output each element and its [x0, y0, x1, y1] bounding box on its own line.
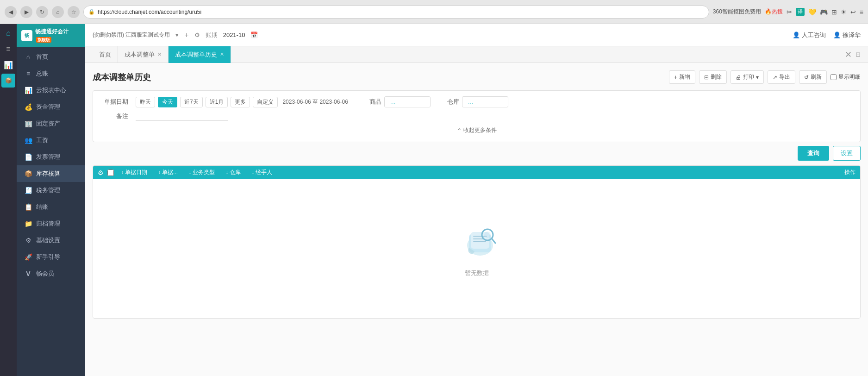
col-header-date[interactable]: ↕ 单据日期: [118, 169, 151, 176]
goods-select[interactable]: ...: [384, 96, 431, 107]
assets-icon: 🏢: [24, 120, 32, 127]
tab-cost-adjust-history[interactable]: 成本调整单历史 ✕: [169, 46, 231, 63]
page-pin-icon[interactable]: ⊡: [856, 51, 861, 58]
delete-button[interactable]: ⊟ 删除: [699, 70, 727, 84]
consult-button[interactable]: 👤 人工咨询: [793, 31, 826, 39]
forward-button[interactable]: ▶: [20, 6, 32, 18]
sidebar-item-inventory[interactable]: 📦 库存核算: [17, 165, 85, 182]
sidebar-label-ledger: 总账: [36, 69, 48, 78]
tab-cost-adjust-label: 成本调整单: [125, 50, 155, 59]
sidebar-label-closing: 结账: [36, 203, 48, 211]
consult-label: 人工咨询: [802, 31, 826, 39]
col-header-num[interactable]: ↕ 单据...: [155, 169, 181, 176]
icon-bar-chart[interactable]: 📊: [1, 58, 15, 72]
sidebar-item-ledger[interactable]: ≡ 总账: [17, 65, 85, 82]
export-label: 导出: [779, 73, 790, 81]
query-button[interactable]: 查询: [798, 146, 829, 161]
reports-icon: 📊: [24, 87, 32, 94]
filter-1month[interactable]: 近1月: [206, 97, 228, 107]
print-button[interactable]: 🖨 打印 ▾: [731, 70, 764, 84]
filter-custom[interactable]: 自定义: [253, 97, 278, 107]
sidebar-label-guide: 新手引导: [36, 253, 60, 261]
archive-icon: 📁: [24, 220, 32, 227]
tab-cost-adjust-close[interactable]: ✕: [157, 51, 162, 57]
star-button[interactable]: ☆: [68, 6, 80, 18]
sidebar-item-wages[interactable]: 👥 工资: [17, 132, 85, 149]
page-close-icon[interactable]: ✕: [845, 50, 852, 59]
col-sort-handler-icon: ↕: [252, 170, 254, 175]
sidebar-item-invoice[interactable]: 📄 发票管理: [17, 149, 85, 165]
company-dropdown-icon[interactable]: ▾: [175, 31, 179, 38]
sidebar-item-closing[interactable]: 📋 结账: [17, 199, 85, 215]
home-button[interactable]: ⌂: [52, 6, 64, 18]
filter-yesterday[interactable]: 昨天: [136, 97, 155, 107]
filter-row-2: 备注: [100, 111, 853, 121]
collapse-button[interactable]: ⌃ 收起更多条件: [100, 125, 853, 136]
member-icon: V: [24, 270, 32, 277]
sidebar-item-guide[interactable]: 🚀 新手引导: [17, 249, 85, 265]
page-actions: + 新增 ⊟ 删除 🖨 打印 ▾ ↗ 导出: [669, 70, 861, 84]
user-menu[interactable]: 👤 徐泽华: [833, 31, 861, 39]
tab-cost-adjust[interactable]: 成本调整单 ✕: [118, 46, 169, 63]
sidebar-item-home[interactable]: ⌂ 首页: [17, 49, 85, 65]
table-select-all[interactable]: [107, 169, 114, 176]
page-title: 成本调整单历史: [93, 72, 151, 83]
inventory-icon: 📦: [24, 170, 32, 177]
sidebar-item-assets[interactable]: 🏢 固定资产: [17, 115, 85, 132]
icon-bar-active[interactable]: 📦: [1, 74, 15, 88]
filter-today[interactable]: 今天: [158, 97, 177, 107]
brightness-icon: ☀: [841, 8, 847, 16]
wallet-icon: 💛: [808, 8, 816, 16]
warehouse-label: 仓库: [447, 98, 459, 106]
sidebar-item-archive[interactable]: 📁 归档管理: [17, 215, 85, 232]
refresh-button[interactable]: ↺ 刷新: [799, 70, 827, 84]
col-header-handler[interactable]: ↕ 经手人: [248, 169, 276, 176]
tab-cost-adjust-history-close[interactable]: ✕: [220, 51, 224, 57]
sidebar-item-settings[interactable]: ⚙ 基础设置: [17, 232, 85, 249]
col-header-actions: 操作: [844, 169, 856, 176]
filter-7days[interactable]: 近7天: [180, 97, 203, 107]
table-gear-icon[interactable]: ⚙: [98, 169, 104, 176]
home-icon: ⌂: [24, 53, 32, 61]
filter-panel: 单据日期 昨天 今天 近7天 近1月 更多 自定义 2023-06-06 至 2…: [93, 90, 861, 142]
sidebar-item-funds[interactable]: 💰 资金管理: [17, 99, 85, 115]
guide-icon: 🚀: [24, 253, 32, 261]
export-button[interactable]: ↗ 导出: [768, 70, 795, 84]
warehouse-select[interactable]: ...: [462, 96, 508, 107]
company-name: (勿删勿禁用) 江西服宝测试专用: [93, 31, 170, 39]
sidebar-label-inventory: 库存核算: [36, 169, 60, 178]
app-name: 畅捷通好会计: [35, 28, 69, 36]
display-cols-label[interactable]: 显示明细: [831, 73, 861, 81]
add-tab-icon[interactable]: +: [184, 31, 188, 39]
sidebar-label-home: 首页: [36, 53, 48, 61]
new-button[interactable]: + 新增: [669, 70, 695, 84]
display-cols-checkbox[interactable]: [831, 74, 837, 80]
goods-more-dots[interactable]: ...: [390, 98, 396, 106]
filter-more[interactable]: 更多: [231, 97, 250, 107]
sidebar-item-member[interactable]: V 畅会员: [17, 265, 85, 282]
address-bar[interactable]: 🔒 https://cloud.chanjet.com/accounting/u…: [83, 6, 709, 19]
sidebar-label-member: 畅会员: [36, 269, 54, 278]
refresh-button[interactable]: ↻: [36, 6, 48, 18]
tab-settings-icon[interactable]: ⚙: [194, 31, 200, 38]
sidebar-label-assets: 固定资产: [36, 119, 60, 128]
settings-button[interactable]: 设置: [833, 146, 861, 161]
icon-bar-home[interactable]: ⌂: [1, 26, 15, 40]
period-label: 账期: [206, 31, 218, 39]
sidebar-item-tax[interactable]: 🧾 税务管理: [17, 182, 85, 199]
warehouse-more-dots[interactable]: ...: [468, 98, 474, 106]
browser-tools: 360智能抠图免费用 🔥热搜 ✂ 译 💛 🎮 ⊞ ☀ ↩ ≡: [713, 8, 863, 16]
top-bar-left: (勿删勿禁用) 江西服宝测试专用 ▾ + ⚙ 账期 2021-10 📅: [93, 31, 258, 39]
tab-home[interactable]: 首页: [93, 46, 118, 63]
col-header-type[interactable]: ↕ 业务类型: [185, 169, 219, 176]
icon-bar-ledger[interactable]: ≡: [1, 42, 15, 56]
filter-date-group: 昨天 今天 近7天 近1月 更多 自定义 2023-06-06 至 2023-0…: [136, 97, 348, 107]
sidebar-item-reports[interactable]: 📊 云报表中心: [17, 82, 85, 99]
col-header-warehouse[interactable]: ↕ 仓库: [222, 169, 244, 176]
back-button[interactable]: ◀: [5, 6, 17, 18]
remark-input[interactable]: [136, 111, 228, 121]
top-bar: (勿删勿禁用) 江西服宝测试专用 ▾ + ⚙ 账期 2021-10 📅 👤 人工…: [85, 24, 868, 46]
empty-illustration: [456, 220, 498, 262]
calendar-icon[interactable]: 📅: [250, 31, 258, 38]
table-container: ⚙ ↕ 单据日期 ↕ 单据... ↕ 业务类型 ↕: [93, 165, 861, 319]
